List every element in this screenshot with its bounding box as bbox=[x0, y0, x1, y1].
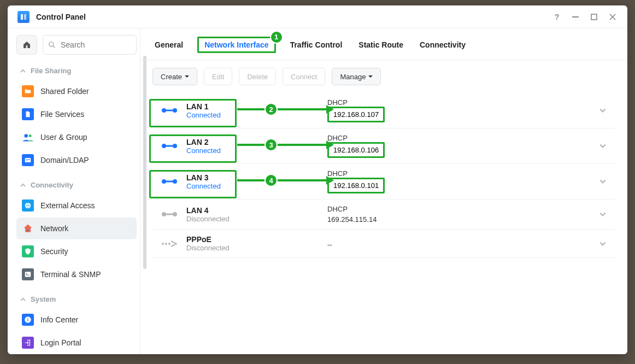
delete-button[interactable]: Delete bbox=[239, 68, 276, 85]
app-icon bbox=[17, 11, 30, 23]
sidebar-item-label: External Access bbox=[40, 201, 95, 210]
section-system[interactable]: System bbox=[16, 291, 137, 308]
sidebar-item-login-portal[interactable]: Login Portal bbox=[16, 332, 137, 354]
interface-row-lan3[interactable]: LAN 3 Connected 4 DHCP 192.168.0.101 bbox=[152, 164, 615, 199]
ethernet-icon bbox=[152, 107, 186, 114]
sidebar-item-label: Network bbox=[40, 224, 68, 233]
svg-point-27 bbox=[162, 243, 164, 245]
sidebar-item-label: User & Group bbox=[40, 133, 87, 142]
section-file-sharing[interactable]: File Sharing bbox=[16, 62, 137, 79]
interface-status: Connected bbox=[186, 182, 221, 190]
tab-static-route[interactable]: Static Route bbox=[356, 37, 405, 52]
chevron-down-icon bbox=[599, 240, 607, 248]
interface-row-lan2[interactable]: LAN 2 Connected 3 DHCP 192.168.0.106 bbox=[152, 128, 615, 164]
interface-status: Connected bbox=[186, 146, 221, 155]
svg-rect-16 bbox=[165, 110, 174, 111]
interface-name: LAN 1 bbox=[186, 102, 221, 111]
chevron-down-icon bbox=[599, 210, 607, 218]
tab-general[interactable]: General bbox=[152, 37, 185, 52]
chevron-up-icon bbox=[20, 182, 26, 189]
svg-point-6 bbox=[29, 134, 32, 137]
id-card-icon bbox=[22, 154, 34, 166]
interface-name: LAN 3 bbox=[186, 173, 221, 182]
sidebar-item-shared-folder[interactable]: Shared Folder bbox=[16, 80, 137, 102]
svg-point-8 bbox=[26, 159, 27, 160]
maximize-button[interactable] bbox=[585, 9, 603, 25]
sidebar-item-external-access[interactable]: External Access bbox=[16, 195, 137, 216]
sidebar-item-label: Info Center bbox=[40, 315, 78, 324]
create-button[interactable]: Create bbox=[152, 68, 197, 85]
expand-button[interactable] bbox=[596, 103, 610, 118]
svg-rect-1 bbox=[24, 14, 26, 20]
interface-name: PPPoE bbox=[186, 235, 230, 244]
interface-status: Connected bbox=[186, 111, 221, 119]
svg-rect-25 bbox=[165, 214, 174, 215]
window-title: Control Panel bbox=[36, 13, 86, 21]
interface-mode: DHCP bbox=[327, 98, 475, 107]
network-icon bbox=[22, 222, 34, 234]
svg-rect-7 bbox=[25, 158, 31, 162]
tab-connectivity[interactable]: Connectivity bbox=[418, 37, 468, 52]
svg-point-29 bbox=[168, 243, 170, 245]
search-icon bbox=[48, 41, 56, 49]
svg-point-28 bbox=[165, 243, 167, 245]
close-button[interactable] bbox=[603, 9, 622, 25]
manage-button[interactable]: Manage bbox=[332, 68, 381, 85]
sidebar-item-network[interactable]: Network bbox=[16, 218, 137, 239]
svg-point-20 bbox=[173, 144, 177, 148]
ethernet-icon bbox=[152, 142, 186, 150]
svg-rect-19 bbox=[165, 145, 174, 147]
sidebar-item-user-group[interactable]: User & Group bbox=[16, 126, 137, 148]
svg-point-26 bbox=[173, 212, 177, 216]
sidebar-item-label: Domain/LDAP bbox=[40, 156, 89, 165]
tab-traffic-control[interactable]: Traffic Control bbox=[288, 37, 345, 52]
annotation-badge-3: 3 bbox=[264, 138, 278, 151]
tabs: General Network Interface 1 Traffic Cont… bbox=[140, 28, 627, 60]
interface-ip: 192.168.0.107 bbox=[327, 107, 385, 122]
chevron-up-icon bbox=[20, 68, 26, 74]
file-icon bbox=[22, 108, 34, 120]
shield-icon bbox=[22, 245, 34, 257]
interface-row-lan1[interactable]: LAN 1 Connected 2 DHCP 192.168.0.107 bbox=[152, 93, 615, 128]
expand-button[interactable] bbox=[596, 139, 610, 153]
interface-row-lan4[interactable]: LAN 4 Disconnected DHCP 169.254.115.14 bbox=[152, 199, 615, 230]
sidebar: File Sharing Shared Folder File Services… bbox=[8, 28, 140, 354]
chevron-down-icon bbox=[599, 178, 607, 185]
sidebar-item-file-services[interactable]: File Services bbox=[16, 103, 137, 125]
home-button[interactable] bbox=[16, 35, 37, 55]
help-button[interactable]: ? bbox=[548, 9, 566, 25]
interface-ip: 192.168.0.101 bbox=[327, 178, 385, 193]
tab-network-interface[interactable]: Network Interface 1 bbox=[197, 37, 275, 53]
interface-mode: DHCP bbox=[327, 134, 475, 142]
home-icon bbox=[22, 40, 31, 49]
interface-list: LAN 1 Connected 2 DHCP 192.168.0.107 bbox=[140, 93, 627, 354]
sidebar-item-terminal-snmp[interactable]: Terminal & SNMP bbox=[16, 263, 137, 285]
interface-row-pppoe[interactable]: PPPoE Disconnected -- bbox=[152, 230, 615, 258]
svg-rect-3 bbox=[591, 14, 597, 20]
ethernet-icon bbox=[152, 178, 186, 185]
folder-icon bbox=[22, 85, 34, 97]
titlebar: Control Panel ? bbox=[8, 5, 627, 28]
interface-name: LAN 2 bbox=[186, 138, 221, 146]
minimize-button[interactable] bbox=[566, 9, 585, 25]
sidebar-item-domain-ldap[interactable]: Domain/LDAP bbox=[16, 149, 137, 171]
login-icon bbox=[22, 337, 34, 349]
svg-rect-12 bbox=[25, 272, 31, 277]
section-connectivity[interactable]: Connectivity bbox=[16, 177, 137, 193]
sidebar-scrollbar[interactable] bbox=[143, 56, 146, 269]
sidebar-item-info-center[interactable]: i Info Center bbox=[16, 309, 137, 331]
annotation-badge-1: 1 bbox=[270, 31, 283, 44]
globe-icon bbox=[22, 199, 34, 212]
sidebar-item-label: Terminal & SNMP bbox=[40, 270, 101, 279]
sidebar-item-security[interactable]: Security bbox=[16, 240, 137, 262]
search-input[interactable] bbox=[43, 35, 137, 55]
main-panel: General Network Interface 1 Traffic Cont… bbox=[140, 28, 627, 354]
connect-button[interactable]: Connect bbox=[283, 68, 325, 85]
svg-point-23 bbox=[173, 179, 177, 184]
edit-button[interactable]: Edit bbox=[204, 68, 232, 85]
expand-button[interactable] bbox=[596, 207, 610, 221]
toolbar: Create Edit Delete Connect Manage bbox=[140, 60, 627, 93]
expand-button[interactable] bbox=[596, 237, 610, 251]
expand-button[interactable] bbox=[596, 174, 610, 189]
interface-ip: 192.168.0.106 bbox=[327, 142, 385, 158]
